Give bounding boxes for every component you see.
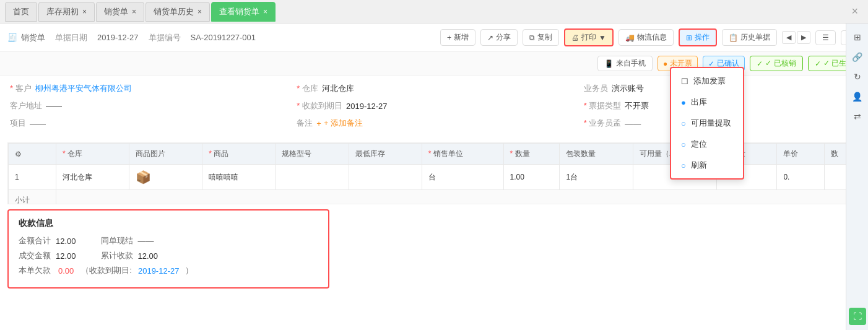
- copy-label: 复制: [537, 32, 552, 43]
- col-pack-qty: 包装数量: [560, 144, 633, 165]
- dropdown-available-qty[interactable]: ○ 可用量提取: [671, 113, 743, 134]
- cell-spec: [276, 165, 349, 190]
- col-spec: 规格型号: [276, 144, 349, 165]
- next-button[interactable]: ▶: [797, 31, 810, 44]
- tab-stock-init-close[interactable]: ×: [82, 7, 87, 16]
- dropdown-refresh[interactable]: ○ 刷新: [671, 155, 743, 176]
- subtotal-cells: [56, 190, 860, 205]
- tab-sales-order[interactable]: 销货单 ×: [96, 2, 144, 22]
- print-dropdown-icon: ▼: [599, 33, 606, 42]
- operation-dropdown: ☐ 添加发票 ● 出库 ○ 可用量提取 ○ 定位 ○ 刷新: [670, 67, 744, 180]
- copy-button[interactable]: ⧉ 复制: [523, 29, 559, 46]
- cell-warehouse: 河北仓库: [56, 165, 129, 190]
- dropdown-outbound[interactable]: ● 出库: [671, 92, 743, 113]
- refresh-label: 刷新: [691, 160, 707, 171]
- add-button[interactable]: + 新增: [440, 29, 475, 46]
- tab-view-sales[interactable]: 查看销货单 ×: [211, 2, 276, 22]
- number-label: 单据编号: [149, 32, 181, 43]
- sidebar-rotate-icon[interactable]: ↻: [849, 68, 866, 85]
- staff-label: 业务员: [584, 83, 608, 94]
- staff-value: 演示账号: [612, 83, 644, 94]
- locate-label: 定位: [691, 139, 707, 150]
- logistics-label: 物流信息: [637, 32, 667, 43]
- total-amount-item: 金额合计 12.00: [19, 235, 76, 246]
- copy-icon: ⧉: [529, 33, 535, 42]
- transaction-amount-label: 成交金额: [19, 250, 51, 261]
- refresh-icon: ○: [681, 161, 686, 170]
- outbound-label: 出库: [691, 97, 707, 108]
- effective-check-icon: ✓: [815, 59, 821, 68]
- add-invoice-label: 添加发票: [693, 76, 726, 87]
- project-label: 项目: [10, 118, 26, 129]
- summary-title: 收款信息: [19, 218, 318, 229]
- required-mark-4: *: [510, 149, 515, 158]
- tab-sales-order-label: 销货单: [104, 6, 128, 17]
- sidebar-link-icon[interactable]: 🔗: [849, 48, 866, 66]
- print-label: 打印: [581, 32, 596, 43]
- sidebar-user-icon[interactable]: 👤: [849, 88, 866, 105]
- tab-home[interactable]: 首页: [5, 2, 37, 22]
- sidebar-exchange-icon[interactable]: ⇄: [849, 108, 866, 125]
- col-quantity: * 数量: [503, 144, 560, 165]
- dot-icon: ●: [663, 59, 667, 68]
- prev-button[interactable]: ◀: [782, 31, 796, 44]
- history-label: 历史单据: [740, 32, 770, 43]
- address-value: ——: [46, 102, 62, 111]
- history-icon: 📋: [729, 33, 738, 42]
- tab-view-sales-close[interactable]: ×: [263, 7, 267, 16]
- warehouse-field: 仓库 河北仓库: [297, 83, 571, 94]
- tab-sales-order-close[interactable]: ×: [132, 7, 136, 16]
- doc-header: 🧾 销货单 单据日期 2019-12-27 单据编号 SA-20191227-0…: [0, 24, 868, 52]
- same-order-item: 同单现结 ——: [101, 235, 154, 246]
- cancelled-btn[interactable]: ✓ ✓ 已核销: [750, 56, 802, 71]
- col-warehouse: * 仓库: [56, 144, 129, 165]
- operation-button[interactable]: ⊞ 操作: [679, 28, 717, 46]
- add-invoice-icon: ☐: [681, 77, 688, 86]
- add-label: 新增: [454, 32, 469, 43]
- sidebar-expand-icon[interactable]: ⛶: [849, 308, 866, 325]
- add-icon: +: [447, 33, 451, 42]
- cancelled-label: ✓ 已核销: [765, 58, 796, 69]
- doc-title-text: 销货单: [21, 32, 45, 43]
- payment-date-value: 2019-12-27: [346, 102, 388, 111]
- share-icon: ↗: [487, 33, 493, 42]
- cell-image: 📦: [129, 165, 202, 190]
- sales-staff-label: 业务员孟: [584, 118, 622, 129]
- summary-box: 收款信息 金额合计 12.00 同单现结 —— 成交金额 12.00 累计收款: [7, 209, 329, 289]
- total-amount-value: 12.00: [56, 237, 76, 246]
- available-qty-icon: ○: [681, 119, 686, 128]
- add-note-btn[interactable]: + + 添加备注: [316, 118, 363, 129]
- current-arrears-label: 本单欠款: [19, 265, 51, 276]
- sidebar-grid-icon[interactable]: ⊞: [849, 28, 866, 46]
- note-label: 备注: [297, 118, 313, 129]
- print-button[interactable]: 🖨 打印 ▼: [564, 28, 614, 46]
- operation-icon: ⊞: [686, 33, 692, 42]
- history-button[interactable]: 📋 历史单据: [722, 29, 777, 46]
- dropdown-locate[interactable]: ○ 定位: [671, 134, 743, 155]
- address-label: 客户地址: [10, 100, 42, 111]
- doc-meta: 单据日期 2019-12-27 单据编号 SA-20191227-001: [55, 32, 256, 43]
- window-close-button[interactable]: ×: [846, 5, 863, 18]
- dropdown-add-invoice[interactable]: ☐ 添加发票: [671, 71, 743, 92]
- summary-row-1: 金额合计 12.00 同单现结 ——: [19, 235, 318, 246]
- settings-icon: ⚙: [15, 150, 22, 158]
- col-product: * 商品: [202, 144, 276, 165]
- required-mark-3: *: [428, 149, 433, 158]
- phone-btn[interactable]: 📱 来自手机: [597, 56, 653, 71]
- list-view-button[interactable]: ☰: [815, 30, 836, 45]
- logistics-button[interactable]: 🚚 物流信息: [618, 29, 674, 46]
- cell-quantity: 1.00: [503, 165, 560, 190]
- share-button[interactable]: ↗ 分享: [480, 29, 518, 46]
- print-icon: 🖨: [571, 33, 579, 42]
- col-unit: * 销售单位: [422, 144, 503, 165]
- right-sidebar: ⊞ 🔗 ↻ 👤 ⇄ ⛶: [846, 24, 868, 330]
- tab-stock-init[interactable]: 库存期初 ×: [38, 2, 95, 22]
- cell-min-stock: [349, 165, 422, 190]
- tab-sales-history-close[interactable]: ×: [197, 7, 202, 16]
- number-value: SA-20191227-001: [191, 33, 256, 42]
- col-settings[interactable]: ⚙: [9, 144, 56, 165]
- tab-view-sales-label: 查看销货单: [219, 6, 259, 17]
- customer-value[interactable]: 柳州粤港平安气体有限公司: [35, 83, 132, 94]
- tab-sales-history[interactable]: 销货单历史 ×: [145, 2, 210, 22]
- cancelled-check-icon: ✓: [757, 59, 763, 68]
